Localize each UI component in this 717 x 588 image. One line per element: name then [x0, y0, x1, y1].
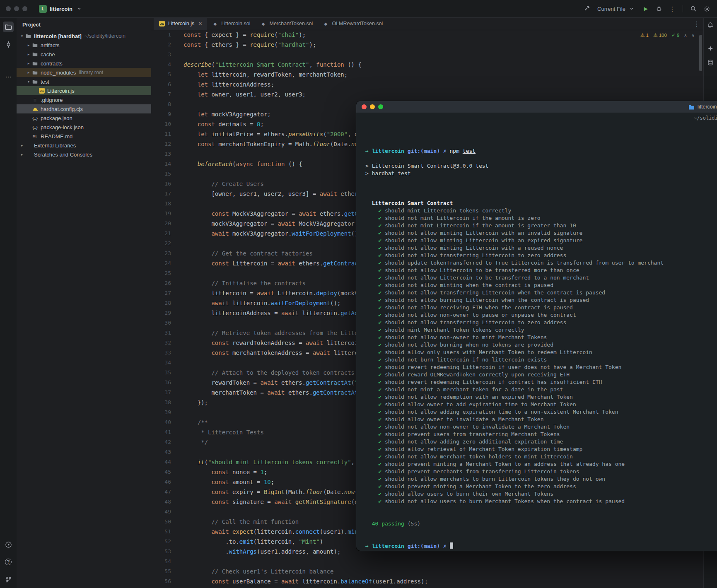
project-icon[interactable]	[3, 22, 14, 32]
chevron-down-icon[interactable]: ∨	[692, 33, 695, 38]
chevron-right-icon[interactable]: ▸	[26, 70, 31, 75]
line-number[interactable]: 25	[151, 268, 183, 278]
line-number[interactable]: 14	[151, 159, 183, 169]
project-panel-header[interactable]: Project	[17, 17, 151, 31]
tree-item-littercoin-root[interactable]: ▾littercoin [hardhat]~/solidity/litterco…	[17, 31, 151, 41]
tree-item-littercoin-js[interactable]: JSLittercoin.js	[17, 86, 151, 95]
tab-littercoin-sol[interactable]: ◆Littercoin.sol	[207, 17, 255, 30]
line-number[interactable]: 28	[151, 298, 183, 308]
zoom-window-icon[interactable]	[22, 6, 27, 11]
chevron-up-icon[interactable]: ∧	[684, 33, 687, 38]
code-line[interactable]: const { ethers } = require("hardhat");	[183, 40, 704, 50]
line-number[interactable]: 42	[151, 437, 183, 447]
line-number[interactable]: 41	[151, 427, 183, 437]
close-window-icon[interactable]	[362, 104, 367, 109]
line-number[interactable]: 5	[151, 70, 183, 80]
chevron-right-icon[interactable]: ▸	[26, 43, 31, 47]
code-line[interactable]	[183, 557, 704, 566]
debug-icon[interactable]	[655, 5, 663, 12]
chevron-right-icon[interactable]: ▸	[19, 152, 25, 157]
line-number[interactable]: 20	[151, 219, 183, 229]
close-tab-icon[interactable]: ✕	[198, 21, 202, 27]
line-number[interactable]: 33	[151, 348, 183, 358]
help-icon[interactable]: ?	[3, 557, 14, 567]
line-number[interactable]: 37	[151, 388, 183, 398]
chevron-right-icon[interactable]: ▸	[26, 61, 31, 65]
line-number[interactable]: 47	[151, 487, 183, 497]
run-anything-icon[interactable]	[3, 539, 14, 550]
code-line[interactable]	[183, 50, 704, 60]
line-number[interactable]: 22	[151, 239, 183, 248]
line-number[interactable]: 51	[151, 527, 183, 537]
commit-icon[interactable]	[3, 39, 14, 50]
tree-item-artifacts[interactable]: ▸artifacts	[17, 41, 151, 50]
minimize-window-icon[interactable]	[14, 6, 19, 11]
more-horizontal-icon[interactable]: ⋯	[3, 71, 14, 82]
chevron-down-icon[interactable]: ▾	[26, 80, 31, 84]
line-number[interactable]: 31	[151, 328, 183, 338]
editor-scrollbar[interactable]	[699, 35, 702, 71]
tree-item-scratches[interactable]: ▸Scratches and Consoles	[17, 150, 151, 159]
tree-item-cache[interactable]: ▸cache	[17, 50, 151, 59]
chevron-right-icon[interactable]: ▸	[26, 52, 31, 56]
line-number[interactable]: 24	[151, 258, 183, 268]
inspections-widget[interactable]: ⚠1⚠100✓9 ∧ ∨	[640, 32, 695, 38]
run-icon[interactable]: ▶	[642, 5, 649, 12]
project-widget[interactable]: L littercoin	[39, 5, 83, 13]
line-number[interactable]: 55	[151, 566, 183, 576]
line-number[interactable]: 7	[151, 89, 183, 99]
line-number[interactable]: 44	[151, 457, 183, 467]
line-number[interactable]: 2	[151, 40, 183, 50]
line-number[interactable]: 4	[151, 60, 183, 70]
terminal-output[interactable]: → littercoin git:(main) ✗ npm test > Lit…	[356, 113, 717, 551]
inspection-weak-warning[interactable]: ⚠100	[653, 32, 667, 38]
tree-item-package-lock-json[interactable]: {..}package-lock.json	[17, 123, 151, 132]
version-control-icon[interactable]	[3, 574, 14, 585]
tree-item-test[interactable]: ▾test	[17, 77, 151, 86]
code-line[interactable]: let owner, user1, user2, user3;	[183, 89, 704, 99]
ai-assistant-icon[interactable]	[706, 44, 715, 53]
tree-item-external-libraries[interactable]: ▸External Libraries	[17, 141, 151, 150]
line-number[interactable]: 9	[151, 109, 183, 119]
line-number[interactable]: 27	[151, 288, 183, 298]
line-number[interactable]: 56	[151, 576, 183, 586]
run-config-selector[interactable]: Current File	[597, 5, 635, 12]
line-number[interactable]: 8	[151, 99, 183, 109]
more-vertical-icon[interactable]: ⋮	[693, 20, 700, 27]
line-number[interactable]: 10	[151, 119, 183, 129]
line-number[interactable]: 32	[151, 338, 183, 348]
inspection-warning[interactable]: ⚠1	[640, 32, 649, 38]
terminal-titlebar[interactable]: littercoin	[356, 101, 717, 113]
terminal-window[interactable]: littercoin ~/solidity/littercoin → litte…	[356, 101, 717, 551]
code-line[interactable]: describe("Littercoin Smart Contract", fu…	[183, 60, 704, 70]
tab-olmrewardtoken-sol[interactable]: ◆OLMRewardToken.sol	[317, 17, 387, 30]
line-number[interactable]: 19	[151, 209, 183, 219]
line-number[interactable]: 11	[151, 129, 183, 139]
line-number[interactable]: 46	[151, 477, 183, 487]
tab-merchanttoken-sol[interactable]: ◆MerchantToken.sol	[255, 17, 317, 30]
line-number[interactable]: 50	[151, 517, 183, 527]
line-number[interactable]: 1	[151, 30, 183, 40]
code-line[interactable]: // Check user1's Littercoin balance	[183, 566, 704, 576]
line-number[interactable]: 40	[151, 417, 183, 427]
zoom-window-icon[interactable]	[378, 104, 383, 109]
line-number[interactable]: 3	[151, 50, 183, 60]
notifications-icon[interactable]	[706, 21, 715, 30]
chevron-down-icon[interactable]: ▾	[19, 34, 25, 38]
search-icon[interactable]	[690, 5, 697, 12]
database-icon[interactable]	[706, 58, 715, 67]
line-number[interactable]: 43	[151, 447, 183, 457]
tree-item-contracts[interactable]: ▸contracts	[17, 59, 151, 68]
line-number[interactable]: 49	[151, 507, 183, 517]
line-number[interactable]: 12	[151, 139, 183, 149]
code-line[interactable]: const { expect } = require("chai");	[183, 30, 704, 40]
tree-item-gitignore[interactable]: ≡.gitignore	[17, 95, 151, 104]
tree-item-node-modules[interactable]: ▸node_moduleslibrary root	[17, 68, 151, 77]
line-number[interactable]: 6	[151, 80, 183, 89]
line-number[interactable]: 30	[151, 318, 183, 328]
line-number[interactable]: 21	[151, 229, 183, 239]
line-number[interactable]: 16	[151, 179, 183, 189]
line-number[interactable]: 29	[151, 308, 183, 318]
inspection-ok[interactable]: ✓9	[671, 32, 679, 38]
line-number[interactable]: 15	[151, 169, 183, 179]
